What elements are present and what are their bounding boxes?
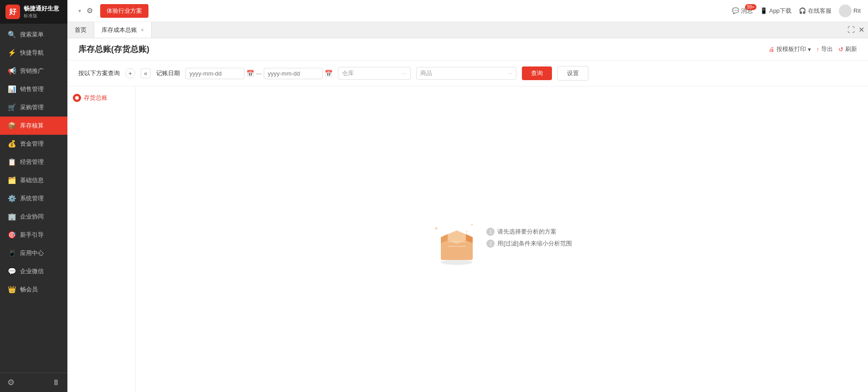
operation-icon: 📋	[7, 158, 16, 167]
export-button[interactable]: ↑ 导出	[817, 45, 833, 53]
basic-icon: 🗂️	[7, 176, 16, 185]
member-icon: 👑	[7, 285, 16, 294]
sidebar-item-weixin[interactable]: 💬 企业微信	[0, 262, 67, 280]
step1-num: 1	[486, 228, 495, 236]
logo-text: 畅捷通好生意 标准版	[24, 5, 59, 19]
sidebar-item-operation[interactable]: 📋 经营管理	[0, 153, 67, 171]
filter-label: 按以下方案查询	[78, 69, 120, 77]
sidebar-item-member[interactable]: 👑 畅会员	[0, 280, 67, 299]
warehouse-selector[interactable]: 仓库 ···	[338, 67, 411, 80]
search-button[interactable]: 查询	[522, 66, 552, 80]
svg-text:✦: ✦	[470, 223, 474, 227]
calendar-end-icon[interactable]: 📅	[325, 70, 332, 77]
user-profile[interactable]: Rit	[839, 5, 861, 17]
headset-icon: 🎧	[799, 7, 806, 14]
sidebar-item-basic[interactable]: 🗂️ 基础信息	[0, 171, 67, 189]
date-start-input[interactable]	[185, 68, 245, 79]
weixin-icon: 💬	[7, 267, 16, 276]
sidebar-item-sales[interactable]: 📊 销售管理	[0, 80, 67, 98]
sidebar: 好 畅捷通好生意 标准版 🔍 搜索菜单 ⚡ 快捷导航 📢 营销推广 📊 销售管理…	[0, 0, 67, 392]
topbar: ▾ ⚙ 体验行业方案 💬 消息 99+ 📱 App下载 🎧 在线客服 Rit	[67, 0, 868, 22]
content-area: 库存总账(存货总账) 🖨 按模板打印 ▾ ↑ 导出 ↺ 刷新 按以下方案查询	[67, 38, 868, 392]
logo-icon: 好	[5, 5, 20, 19]
message-icon: 💬	[732, 7, 739, 14]
goods-selector[interactable]: 商品 ···	[416, 67, 516, 80]
print-button[interactable]: 🖨 按模板打印 ▾	[769, 45, 811, 53]
filter-collapse-button[interactable]: «	[141, 68, 151, 78]
page-header: 库存总账(存货总账) 🖨 按模板打印 ▾ ↑ 导出 ↺ 刷新	[67, 38, 868, 61]
page-title: 库存总账(存货总账)	[78, 44, 149, 55]
system-icon: ⚙️	[7, 194, 16, 203]
chevron-down-icon[interactable]: ▾	[78, 8, 81, 14]
svg-text:✦: ✦	[466, 230, 468, 233]
svg-text:✦: ✦	[434, 225, 439, 232]
purchase-icon: 🛒	[7, 103, 16, 112]
guide-icon: 🎯	[7, 230, 16, 239]
enterprise-icon: 🏢	[7, 212, 16, 221]
sidebar-bottom: ⚙ ⏸	[0, 372, 67, 392]
filter-settings-button[interactable]: 设置	[557, 66, 588, 81]
sales-icon: 📊	[7, 85, 16, 94]
sidebar-item-search[interactable]: 🔍 搜索菜单	[0, 25, 67, 44]
topbar-settings-icon[interactable]: ⚙	[87, 6, 93, 15]
lightning-icon: ⚡	[7, 48, 16, 57]
export-icon: ↑	[817, 46, 820, 53]
sidebar-item-finance[interactable]: 💰 资金管理	[0, 135, 67, 153]
date-separator: —	[256, 70, 262, 77]
sidebar-item-inventory[interactable]: 📦 库存核算	[0, 117, 67, 135]
sidebar-item-marketing[interactable]: 📢 营销推广	[0, 62, 67, 80]
phone-icon: 📱	[760, 7, 767, 14]
content-body: 存货总账	[67, 87, 868, 392]
refresh-button[interactable]: ↺ 刷新	[838, 45, 857, 53]
finance-icon: 💰	[7, 139, 16, 148]
sidebar-item-system[interactable]: ⚙️ 系统管理	[0, 189, 67, 208]
topbar-right: 💬 消息 99+ 📱 App下载 🎧 在线客服 Rit	[732, 5, 861, 17]
message-button[interactable]: 💬 消息 99+	[732, 7, 753, 15]
tab-close-all-btn[interactable]: ✕	[858, 25, 864, 34]
settings-bottom-btn[interactable]: ⚙	[7, 377, 15, 387]
app-download-button[interactable]: 📱 App下载	[760, 7, 791, 15]
sidebar-item-appcenter[interactable]: 📱 应用中心	[0, 244, 67, 262]
inventory-icon: 📦	[7, 121, 16, 130]
warehouse-more-icon: ···	[402, 70, 407, 76]
tab-inventory-cost[interactable]: 库存成本总账 ×	[94, 22, 152, 38]
sidebar-item-quicknav[interactable]: ⚡ 快捷导航	[0, 44, 67, 62]
online-service-button[interactable]: 🎧 在线客服	[799, 7, 832, 15]
date-label: 记账日期	[156, 69, 180, 77]
trial-button[interactable]: 体验行业方案	[100, 4, 148, 18]
search-icon: 🔍	[7, 30, 16, 39]
message-badge: 99+	[745, 4, 756, 10]
sidebar-item-purchase[interactable]: 🛒 采购管理	[0, 98, 67, 117]
svg-point-0	[75, 96, 79, 100]
date-end-input[interactable]	[264, 68, 323, 79]
sidebar-item-newguide[interactable]: 🎯 新手引导	[0, 226, 67, 244]
sidebar-logo: 好 畅捷通好生意 标准版	[0, 0, 67, 24]
app-icon: 📱	[7, 249, 16, 258]
tab-close-icon[interactable]: ×	[141, 27, 144, 33]
main-content: ✦ ✦ ✦ 1 请先选择要分析的方案 2 用[过滤]条件来缩	[136, 87, 868, 392]
date-range-group: 📅 — 📅	[185, 68, 332, 79]
filter-add-button[interactable]: +	[125, 68, 135, 78]
filter-bar: 按以下方案查询 + « 记账日期 📅 — 📅 仓库 ··· 商品 ··· 查询 …	[67, 61, 868, 87]
sidebar-collapse-btn[interactable]: ⏸	[52, 378, 60, 387]
avatar	[839, 5, 852, 17]
scheme-item-icon	[73, 94, 81, 102]
printer-icon: 🖨	[769, 46, 775, 53]
empty-illustration: ✦ ✦ ✦	[432, 217, 477, 262]
page-header-actions: 🖨 按模板打印 ▾ ↑ 导出 ↺ 刷新	[769, 45, 858, 53]
scheme-panel: 存货总账	[67, 87, 136, 392]
tabs-bar: 首页 库存成本总账 × ⛶ ✕	[67, 22, 868, 38]
step2-num: 2	[486, 239, 495, 248]
tabs-actions: ⛶ ✕	[848, 25, 868, 34]
calendar-start-icon[interactable]: 📅	[246, 70, 254, 77]
tab-expand-btn[interactable]: ⛶	[848, 26, 855, 34]
refresh-icon: ↺	[838, 46, 843, 53]
print-chevron-icon: ▾	[808, 46, 811, 53]
svg-point-1	[441, 260, 473, 265]
marketing-icon: 📢	[7, 66, 16, 76]
sidebar-item-enterprise[interactable]: 🏢 企业协同	[0, 208, 67, 226]
scheme-item-inventory[interactable]: 存货总账	[67, 90, 135, 106]
empty-state: ✦ ✦ ✦ 1 请先选择要分析的方案 2 用[过滤]条件来缩	[432, 217, 572, 262]
tab-home[interactable]: 首页	[67, 22, 94, 38]
sidebar-nav: 🔍 搜索菜单 ⚡ 快捷导航 📢 营销推广 📊 销售管理 🛒 采购管理 📦 库存核…	[0, 24, 67, 372]
